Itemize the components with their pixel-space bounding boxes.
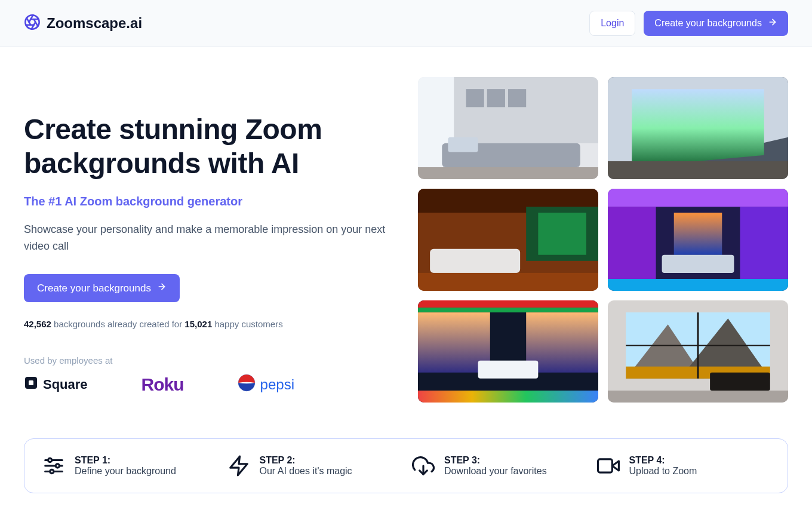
arrow-right-icon: [768, 17, 777, 29]
stat-backgrounds-count: 42,562: [24, 319, 51, 329]
hero-section: Create stunning Zoom backgrounds with AI…: [0, 47, 812, 438]
video-icon: [597, 454, 620, 477]
gallery-thumb: [418, 77, 598, 179]
login-button[interactable]: Login: [589, 11, 635, 36]
svg-rect-44: [418, 391, 598, 403]
svg-rect-15: [466, 89, 484, 107]
step-4: STEP 4: Upload to Zoom: [597, 454, 770, 477]
svg-rect-37: [608, 279, 788, 291]
gallery-thumb: [418, 300, 598, 403]
svg-point-55: [48, 459, 52, 462]
stat-customers-count: 15,021: [184, 319, 212, 329]
gallery: [418, 77, 788, 403]
lightning-icon: [227, 454, 250, 477]
gallery-thumb: [608, 77, 788, 179]
step-label: STEP 1:: [75, 455, 176, 466]
svg-marker-62: [612, 461, 619, 471]
create-backgrounds-button-hero[interactable]: Create your backgrounds: [24, 274, 180, 302]
brand-pepsi: pepsi: [238, 374, 294, 395]
svg-rect-40: [418, 308, 598, 312]
arrow-right-icon: [157, 282, 167, 294]
svg-rect-53: [608, 391, 788, 403]
svg-rect-16: [487, 89, 505, 107]
svg-rect-10: [29, 380, 33, 385]
button-label: Create your backgrounds: [654, 18, 762, 29]
svg-marker-23: [632, 89, 764, 167]
brand-roku: Roku: [142, 374, 184, 395]
svg-point-59: [50, 470, 54, 474]
hero-subtitle: The #1 AI Zoom background generator: [24, 195, 394, 208]
stats-text: 42,562 backgrounds already created for 1…: [24, 319, 394, 329]
svg-rect-39: [418, 300, 598, 308]
square-icon: [24, 376, 38, 394]
step-3: STEP 3: Download your favorites: [412, 454, 585, 477]
button-label: Create your backgrounds: [37, 282, 151, 294]
gallery-thumb: [608, 189, 788, 291]
svg-rect-36: [662, 255, 734, 273]
step-desc: Upload to Zoom: [629, 466, 697, 477]
step-label: STEP 4:: [629, 455, 697, 466]
step-1: STEP 1: Define your background: [42, 454, 216, 477]
svg-rect-30: [418, 273, 598, 291]
hero-description: Showcase your personality and make a mem…: [24, 222, 394, 255]
svg-rect-35: [674, 213, 722, 254]
svg-rect-20: [418, 167, 598, 179]
brand-square: Square: [24, 376, 88, 394]
svg-rect-52: [710, 373, 770, 391]
logo[interactable]: Zoomscape.ai: [24, 14, 142, 33]
download-cloud-icon: [412, 454, 435, 477]
svg-rect-28: [538, 213, 586, 254]
svg-rect-19: [448, 137, 478, 152]
svg-point-57: [56, 464, 59, 468]
step-desc: Our AI does it's magic: [260, 466, 352, 477]
svg-marker-60: [230, 457, 247, 476]
step-label: STEP 3:: [444, 455, 547, 466]
svg-rect-29: [430, 249, 520, 273]
aperture-icon: [24, 14, 41, 33]
step-desc: Download your favorites: [444, 466, 547, 477]
svg-rect-33: [608, 207, 656, 279]
header-actions: Login Create your backgrounds: [589, 11, 788, 36]
svg-rect-63: [598, 459, 612, 472]
svg-rect-34: [740, 207, 788, 279]
brand-name: Zoomscape.ai: [47, 15, 142, 32]
header: Zoomscape.ai Login Create your backgroun…: [0, 0, 812, 47]
svg-rect-43: [478, 361, 539, 379]
svg-rect-14: [454, 77, 598, 143]
step-label: STEP 2:: [260, 455, 352, 466]
sliders-icon: [42, 454, 65, 477]
gallery-thumb: [608, 300, 788, 403]
svg-rect-17: [508, 89, 526, 107]
svg-rect-32: [608, 189, 788, 207]
brand-logos: Square Roku pepsi: [24, 374, 394, 395]
steps-card: STEP 1: Define your background STEP 2: O…: [24, 438, 788, 493]
pepsi-icon: [238, 374, 256, 395]
used-by-label: Used by employees at: [24, 355, 394, 365]
svg-rect-24: [608, 161, 788, 179]
step-2: STEP 2: Our AI does it's magic: [227, 454, 401, 477]
hero-content: Create stunning Zoom backgrounds with AI…: [24, 77, 394, 395]
page-title: Create stunning Zoom backgrounds with AI: [24, 113, 394, 180]
gallery-thumb: [418, 189, 598, 291]
create-backgrounds-button-header[interactable]: Create your backgrounds: [644, 11, 788, 36]
step-desc: Define your background: [75, 466, 176, 477]
